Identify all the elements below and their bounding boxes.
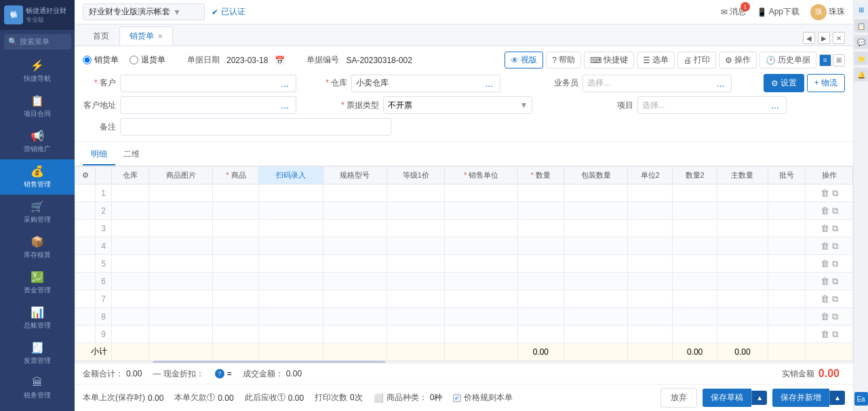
customer-input[interactable]: ... bbox=[120, 75, 296, 92]
delete-icon[interactable]: 🗑 bbox=[821, 188, 829, 198]
row-qty2-cell[interactable] bbox=[673, 308, 717, 326]
sidebar-item-purchase[interactable]: 🛒 采购管理 bbox=[0, 195, 75, 230]
sidebar-item-finance[interactable]: 💹 资金管理 bbox=[0, 265, 75, 300]
row-product-cell[interactable] bbox=[213, 255, 259, 273]
row-scan-cell[interactable] bbox=[259, 308, 323, 326]
sidebar-item-assets[interactable]: 🏢 固定资产 bbox=[0, 406, 75, 411]
row-warehouse-cell[interactable] bbox=[112, 273, 149, 290]
row-batch-cell[interactable] bbox=[768, 273, 805, 290]
delete-icon[interactable]: 🗑 bbox=[821, 241, 829, 251]
row-spec-cell[interactable] bbox=[323, 255, 387, 273]
row-spec-cell[interactable] bbox=[323, 308, 387, 326]
sidebar-item-tax[interactable]: 🏛 税务管理 bbox=[0, 371, 75, 406]
row-qty2-cell[interactable] bbox=[673, 220, 717, 237]
row-price1-cell[interactable] bbox=[387, 184, 445, 202]
row-warehouse-cell[interactable] bbox=[112, 308, 149, 326]
sidebar-item-quick-nav[interactable]: ⚡ 快捷导航 bbox=[0, 54, 75, 89]
price-checkbox-group[interactable]: ✓ 价格规则本单 bbox=[453, 392, 513, 404]
sidebar-item-project[interactable]: 📋 项目合同 bbox=[0, 89, 75, 124]
sidebar-item-sales[interactable]: 💰 销售管理 bbox=[0, 159, 75, 195]
horizontal-scrollbar[interactable] bbox=[75, 361, 853, 363]
row-image-cell[interactable] bbox=[149, 326, 213, 343]
company-selector[interactable]: 好业财专业版演示帐套 ▼ bbox=[83, 3, 205, 20]
row-price1-cell[interactable] bbox=[387, 220, 445, 237]
toolbar-select-btn[interactable]: ☰ 选单 bbox=[637, 52, 675, 68]
row-unit2-cell[interactable] bbox=[628, 220, 673, 237]
row-mainqty-cell[interactable] bbox=[717, 237, 768, 255]
row-qty-cell[interactable] bbox=[517, 308, 564, 326]
row-image-cell[interactable] bbox=[149, 273, 213, 290]
help-icon-area[interactable]: ? = bbox=[215, 369, 232, 378]
row-price1-cell[interactable] bbox=[387, 308, 445, 326]
row-product-cell[interactable] bbox=[213, 184, 259, 202]
row-product-cell[interactable] bbox=[213, 326, 259, 343]
row-unit2-cell[interactable] bbox=[628, 326, 673, 343]
tab-close-all-btn[interactable]: ✕ bbox=[833, 32, 845, 44]
row-packqty-cell[interactable] bbox=[564, 202, 627, 220]
copy-icon[interactable]: ⧉ bbox=[832, 223, 838, 234]
row-mainqty-cell[interactable] bbox=[717, 290, 768, 308]
app-download-btn[interactable]: 📱 App下载 bbox=[757, 6, 800, 18]
row-unit-cell[interactable] bbox=[445, 202, 517, 220]
row-product-cell[interactable] bbox=[213, 290, 259, 308]
row-unit2-cell[interactable] bbox=[628, 184, 673, 202]
delete-icon[interactable]: 🗑 bbox=[821, 258, 829, 269]
right-panel-icon-4[interactable]: ⭐ bbox=[854, 52, 868, 65]
save-add-arrow-btn[interactable]: ▲ bbox=[829, 391, 845, 405]
delete-icon[interactable]: 🗑 bbox=[821, 329, 829, 339]
row-image-cell[interactable] bbox=[149, 202, 213, 220]
tab-2d[interactable]: 二维 bbox=[115, 146, 148, 165]
copy-icon[interactable]: ⧉ bbox=[832, 294, 838, 305]
row-unit2-cell[interactable] bbox=[628, 290, 673, 308]
row-qty2-cell[interactable] bbox=[673, 255, 717, 273]
row-spec-cell[interactable] bbox=[323, 220, 387, 237]
row-image-cell[interactable] bbox=[149, 237, 213, 255]
row-scan-cell[interactable] bbox=[259, 184, 323, 202]
row-qty-cell[interactable] bbox=[517, 326, 564, 343]
row-spec-cell[interactable] bbox=[323, 184, 387, 202]
row-unit2-cell[interactable] bbox=[628, 202, 673, 220]
right-panel-icon-1[interactable]: ⊞ bbox=[854, 3, 868, 16]
warehouse-input[interactable]: 小卖仓库 ... bbox=[351, 75, 500, 92]
row-batch-cell[interactable] bbox=[768, 308, 805, 326]
toolbar-help-btn[interactable]: ? 帮助 bbox=[546, 52, 581, 68]
row-price1-cell[interactable] bbox=[387, 326, 445, 343]
row-spec-cell[interactable] bbox=[323, 290, 387, 308]
row-unit-cell[interactable] bbox=[445, 326, 517, 343]
copy-icon[interactable]: ⧉ bbox=[832, 206, 838, 216]
row-packqty-cell[interactable] bbox=[564, 308, 627, 326]
row-image-cell[interactable] bbox=[149, 308, 213, 326]
row-unit2-cell[interactable] bbox=[628, 273, 673, 290]
row-packqty-cell[interactable] bbox=[564, 220, 627, 237]
row-product-cell[interactable] bbox=[213, 237, 259, 255]
row-scan-cell[interactable] bbox=[259, 202, 323, 220]
row-qty-cell[interactable] bbox=[517, 220, 564, 237]
sidebar-item-account[interactable]: 📊 总账管理 bbox=[0, 300, 75, 336]
radio-return-input[interactable] bbox=[130, 56, 138, 64]
right-panel-icon-3[interactable]: 💬 bbox=[854, 35, 868, 49]
row-unit-cell[interactable] bbox=[445, 290, 517, 308]
row-scan-cell[interactable] bbox=[259, 237, 323, 255]
copy-icon[interactable]: ⧉ bbox=[832, 329, 838, 340]
row-spec-cell[interactable] bbox=[323, 326, 387, 343]
delete-icon[interactable]: 🗑 bbox=[821, 276, 829, 286]
row-packqty-cell[interactable] bbox=[564, 290, 627, 308]
copy-icon[interactable]: ⧉ bbox=[832, 276, 838, 287]
copy-icon[interactable]: ⧉ bbox=[832, 188, 838, 199]
row-warehouse-cell[interactable] bbox=[112, 237, 149, 255]
row-qty2-cell[interactable] bbox=[673, 237, 717, 255]
row-warehouse-cell[interactable] bbox=[112, 290, 149, 308]
row-unit-cell[interactable] bbox=[445, 220, 517, 237]
calendar-icon[interactable]: 📅 bbox=[275, 56, 285, 65]
row-unit-cell[interactable] bbox=[445, 273, 517, 290]
row-batch-cell[interactable] bbox=[768, 255, 805, 273]
row-warehouse-cell[interactable] bbox=[112, 326, 149, 343]
copy-icon[interactable]: ⧉ bbox=[832, 258, 838, 269]
row-qty2-cell[interactable] bbox=[673, 273, 717, 290]
row-mainqty-cell[interactable] bbox=[717, 308, 768, 326]
price-checkbox-box[interactable]: ✓ bbox=[453, 394, 461, 402]
row-product-cell[interactable] bbox=[213, 273, 259, 290]
right-panel-icon-2[interactable]: 📋 bbox=[854, 19, 868, 33]
row-unit2-cell[interactable] bbox=[628, 255, 673, 273]
toolbar-operate-btn[interactable]: ⚙ 操作 bbox=[719, 52, 757, 68]
